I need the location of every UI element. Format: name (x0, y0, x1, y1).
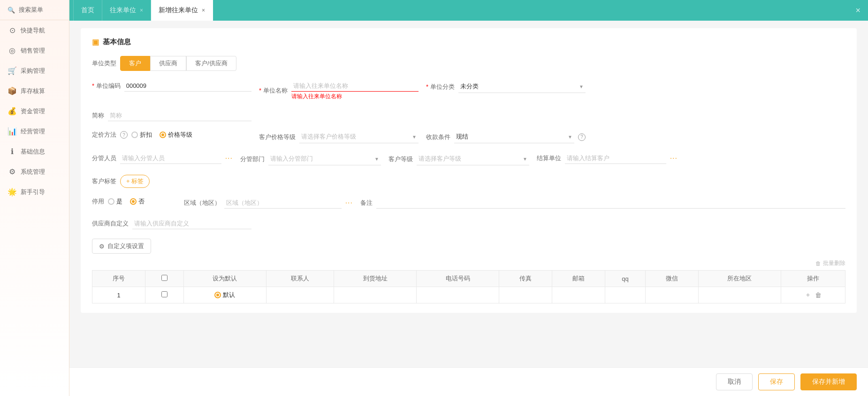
row-checkbox[interactable] (161, 291, 168, 297)
system-icon: ⚙ (8, 167, 17, 176)
customer-price-level-placeholder: 请选择客户价格等级 (301, 132, 410, 141)
sidebar-item-guide[interactable]: 🌟 新手引导 (0, 182, 69, 202)
tab-new-partner[interactable]: 新增往来单位 × (151, 0, 213, 21)
unit-type-supplier-btn[interactable]: 供应商 (150, 56, 186, 71)
batch-delete-area[interactable]: 🗑 批量删除 (92, 259, 845, 267)
short-name-input[interactable] (108, 110, 251, 121)
department-select[interactable]: 请输入分管部门 ▼ (268, 153, 381, 165)
custom-settings-wrap: ⚙ 自定义项设置 (92, 239, 845, 259)
table-header-region: 所在地区 (698, 271, 781, 287)
unit-type-both-btn[interactable]: 客户/供应商 (186, 56, 236, 71)
table-cell-fax (499, 287, 552, 303)
disabled-no-dot (132, 200, 135, 203)
supervisor-more-btn[interactable]: ··· (225, 154, 233, 163)
tab-home[interactable]: 首页 (73, 0, 102, 21)
save-new-button[interactable]: 保存并新增 (800, 373, 857, 390)
supervisor-field: 分管人员 ··· (92, 153, 233, 164)
tab-partner[interactable]: 往来单位 × (102, 0, 151, 21)
sidebar-item-basic[interactable]: ℹ 基础信息 (0, 141, 69, 162)
supplier-custom-field: 供应商自定义 (92, 218, 251, 229)
customer-tag-row: 客户标签 + 标签 (92, 175, 845, 188)
pricing-discount-radio[interactable]: 折扣 (131, 131, 152, 139)
payment-help-icon[interactable]: ? (578, 133, 586, 141)
disabled-yes-circle (108, 198, 114, 205)
section-title-icon: ▣ (92, 38, 99, 47)
sidebar-item-quick-nav[interactable]: ⊙ 快捷导航 (0, 20, 69, 40)
unit-name-input[interactable] (291, 80, 419, 92)
sidebar-item-system[interactable]: ⚙ 系统管理 (0, 162, 69, 182)
supervisor-input[interactable] (120, 153, 221, 164)
table-header-row: 序号 设为默认 联系人 到货地址 电话号码 传真 邮箱 qq 微信 所在地区 操… (92, 271, 845, 287)
region-more-btn[interactable]: ··· (345, 199, 353, 207)
add-tag-btn[interactable]: + 标签 (120, 175, 150, 188)
batch-delete-label: 批量删除 (823, 259, 845, 267)
default-radio[interactable]: 默认 (189, 291, 261, 299)
sidebar-item-operation[interactable]: 📊 经营管理 (0, 121, 69, 141)
sidebar-item-inventory[interactable]: 📦 库存核算 (0, 81, 69, 101)
custom-settings-btn[interactable]: ⚙ 自定义项设置 (92, 239, 151, 254)
payment-condition-select[interactable]: 现结 ▼ (454, 131, 574, 143)
payment-condition-arrow: ▼ (568, 134, 572, 140)
sales-icon: ◎ (8, 46, 17, 55)
department-placeholder: 请输入分管部门 (270, 155, 373, 163)
region-label: 区域（地区） (184, 199, 221, 207)
supplier-custom-input[interactable] (132, 218, 251, 229)
unit-category-value: 未分类 (460, 82, 577, 91)
window-close-button[interactable]: × (852, 6, 864, 16)
add-row-btn[interactable]: ＋ (805, 291, 811, 299)
sidebar-item-label: 经营管理 (21, 127, 45, 136)
disabled-yes-radio[interactable]: 是 (108, 197, 122, 206)
table-select-all[interactable] (161, 275, 168, 281)
delete-row-btn[interactable]: 🗑 (815, 291, 822, 299)
pricing-row: 定价方法 ? 折扣 价格等级 (92, 131, 845, 143)
sidebar-search[interactable]: 🔍 搜索菜单 (0, 0, 69, 20)
unit-type-row: 单位类型 客户 供应商 客户/供应商 (92, 56, 845, 71)
pricing-discount-label: 折扣 (140, 131, 152, 139)
settlement-unit-input[interactable] (565, 153, 666, 164)
disabled-yes-label: 是 (116, 197, 122, 206)
tab-partner-close[interactable]: × (140, 7, 143, 14)
region-input[interactable] (224, 197, 342, 209)
disabled-field: 停用 是 否 (92, 197, 176, 206)
unit-category-label: 单位分类 (426, 83, 455, 91)
sidebar-item-purchase[interactable]: 🛒 采购管理 (0, 61, 69, 81)
table-cell-checkbox (145, 287, 184, 303)
unit-category-arrow: ▼ (579, 84, 584, 89)
unit-code-field: 单位编码 (92, 80, 251, 92)
remark-label: 备注 (360, 199, 373, 207)
custom-settings-label: 自定义项设置 (107, 242, 144, 250)
customer-level-select[interactable]: 请选择客户等级 ▼ (417, 153, 529, 165)
sidebar-item-finance[interactable]: 💰 资金管理 (0, 101, 69, 121)
unit-type-customer-btn[interactable]: 客户 (120, 56, 150, 71)
save-button[interactable]: 保存 (758, 373, 795, 390)
table-header-checkbox (145, 271, 184, 287)
pricing-help-icon[interactable]: ? (120, 131, 128, 139)
region-field: 区域（地区） ··· (184, 197, 353, 209)
cancel-button[interactable]: 取消 (716, 373, 753, 390)
sidebar-search-label: 搜索菜单 (19, 6, 43, 14)
customer-price-level-arrow: ▼ (412, 134, 417, 140)
table-cell-wechat (645, 287, 698, 303)
customer-level-placeholder: 请选择客户等级 (419, 155, 521, 163)
disabled-row: 停用 是 否 区 (92, 197, 845, 209)
disabled-no-radio[interactable]: 否 (130, 197, 145, 206)
customer-price-level-select[interactable]: 请选择客户价格等级 ▼ (299, 131, 419, 143)
customer-tag-field: 客户标签 + 标签 (92, 175, 845, 188)
sidebar-item-sales[interactable]: ◎ 销售管理 (0, 40, 69, 61)
settlement-more-btn[interactable]: ··· (670, 154, 678, 163)
unit-code-input[interactable] (124, 80, 251, 92)
unit-name-error: 请输入往来单位名称 (291, 93, 419, 101)
contacts-table: 序号 设为默认 联系人 到货地址 电话号码 传真 邮箱 qq 微信 所在地区 操… (92, 270, 845, 303)
payment-condition-value: 现结 (456, 132, 566, 141)
unit-category-select[interactable]: 未分类 ▼ (458, 80, 586, 93)
sidebar-item-label: 新手引导 (21, 188, 45, 196)
tab-new-partner-close[interactable]: × (202, 7, 205, 14)
customer-price-level-label: 客户价格等级 (259, 133, 296, 141)
customer-level-label: 客户等级 (388, 155, 413, 163)
remark-input[interactable] (376, 197, 845, 209)
finance-icon: 💰 (8, 107, 17, 116)
supplier-custom-row: 供应商自定义 (92, 218, 845, 229)
pricing-level-radio[interactable]: 价格等级 (160, 131, 192, 139)
main-area: 首页 往来单位 × 新增往来单位 × × ▣ 基本信息 单位类型 客户 (69, 0, 868, 396)
basic-info-section: ▣ 基本信息 单位类型 客户 供应商 客户/供应商 单位编码 (81, 28, 857, 313)
